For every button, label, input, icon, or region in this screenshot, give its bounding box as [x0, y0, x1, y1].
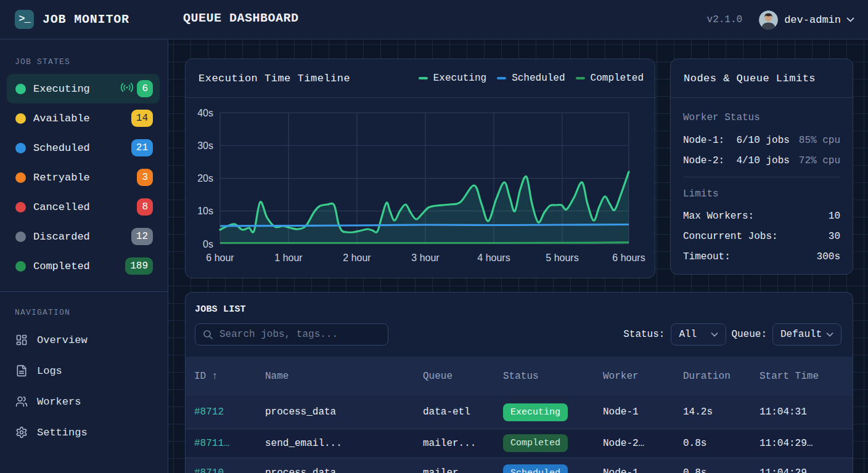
svg-text:0s: 0s — [203, 239, 213, 249]
svg-text:1 hour: 1 hour — [274, 253, 303, 263]
svg-text:5 hours: 5 hours — [546, 253, 578, 263]
svg-text:4 hours: 4 hours — [477, 253, 510, 263]
svg-text:2 hour: 2 hour — [343, 253, 371, 263]
svg-text:10s: 10s — [197, 206, 213, 216]
svg-text:6 hour: 6 hour — [206, 253, 234, 263]
svg-text:20s: 20s — [197, 173, 213, 184]
svg-text:40s: 40s — [197, 108, 213, 118]
svg-text:6 hours: 6 hours — [612, 253, 645, 263]
svg-text:3 hour: 3 hour — [411, 253, 440, 263]
svg-text:30s: 30s — [197, 140, 213, 151]
